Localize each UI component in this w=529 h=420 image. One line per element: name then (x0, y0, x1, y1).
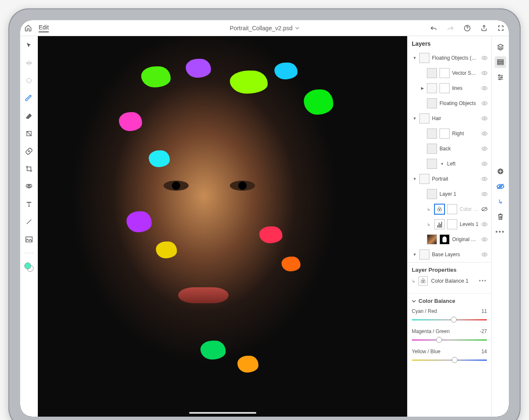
visibility-icon[interactable] (481, 192, 489, 197)
visibility-icon[interactable] (481, 86, 489, 91)
artwork-blob (274, 63, 297, 79)
clip-layer-icon[interactable]: ↳ (495, 196, 506, 207)
home-icon[interactable] (24, 24, 32, 32)
delete-layer-icon[interactable] (495, 211, 506, 223)
layer-name: Left (447, 161, 479, 167)
slider-knob[interactable] (452, 357, 458, 363)
svg-point-32 (498, 75, 500, 76)
add-layer-icon[interactable] (495, 165, 506, 177)
slider[interactable] (412, 337, 487, 343)
visibility-icon[interactable] (481, 101, 489, 106)
disclosure-icon[interactable]: ▼ (413, 116, 417, 121)
layer-row[interactable]: ↳Levels 1 (408, 217, 491, 232)
layer-properties: Layer Properties ↳ Color Balance 1 ••• (408, 262, 491, 293)
disclosure-icon[interactable]: ▶ (420, 86, 424, 90)
edit-menu[interactable]: Edit (39, 24, 49, 32)
color-swatch-fgbg[interactable] (24, 262, 34, 272)
layer-row[interactable]: Original Portr… (408, 232, 491, 247)
chevron-down-icon[interactable]: ▾ (440, 162, 445, 166)
layer-row[interactable]: Back (408, 141, 491, 156)
visibility-icon[interactable] (481, 237, 489, 242)
slider-knob[interactable] (436, 337, 442, 343)
line-tool-icon[interactable] (25, 218, 33, 226)
layers-detail-icon[interactable] (495, 56, 506, 68)
visibility-icon[interactable] (481, 116, 489, 121)
disclosure-icon[interactable]: ▼ (413, 56, 417, 60)
artwork-blob (141, 66, 171, 87)
svg-point-23 (484, 223, 485, 225)
svg-point-17 (484, 163, 485, 164)
slider-value: -27 (480, 328, 487, 334)
heal-tool-icon[interactable] (25, 147, 33, 155)
disclosure-icon[interactable]: ▼ (413, 177, 417, 181)
more-icon[interactable]: ••• (479, 278, 487, 284)
document-title[interactable]: Portrait_Collage_v2.psd (230, 25, 299, 32)
layer-row[interactable]: ▼Floating Objects (alwa… (408, 50, 491, 66)
fill-tool-icon[interactable] (25, 129, 33, 138)
mask-thumb (440, 129, 450, 139)
color-balance-section: Color Balance Cyan / Red11Magenta / Gree… (408, 293, 491, 370)
disclosure-icon[interactable]: ▼ (413, 252, 417, 257)
layer-row[interactable]: ▼Portrait (408, 171, 491, 186)
folder-thumb (419, 174, 429, 184)
visibility-icon[interactable] (481, 161, 489, 166)
move-tool-icon[interactable] (25, 41, 33, 50)
adjust-tool-icon[interactable] (25, 182, 33, 191)
undo-icon[interactable] (430, 24, 437, 32)
layer-row[interactable]: ▶lines (408, 81, 491, 96)
brush-tool-icon[interactable] (25, 94, 33, 102)
layer-row[interactable]: ▾Left (408, 156, 491, 171)
layer-row[interactable]: ↳Color Bala… (408, 202, 491, 217)
layer-name: Floating Objects (440, 100, 479, 106)
fullscreen-icon[interactable] (497, 24, 505, 32)
layer-thumb (427, 234, 437, 244)
visibility-icon[interactable] (481, 146, 489, 151)
visibility-icon[interactable] (481, 71, 489, 76)
properties-icon[interactable] (495, 71, 506, 83)
layer-row[interactable]: ▼Base Layers (408, 247, 491, 262)
visibility-icon[interactable] (481, 176, 489, 181)
lasso-tool-icon[interactable] (25, 76, 33, 85)
svg-point-34 (499, 79, 500, 80)
layer-prop-name[interactable]: Color Balance 1 (431, 278, 468, 284)
layer-row[interactable]: Right (408, 126, 491, 141)
slider[interactable] (412, 317, 487, 323)
layer-name: Color Bala… (460, 206, 479, 212)
visibility-icon[interactable] (481, 55, 489, 60)
transform-tool-icon[interactable] (25, 59, 33, 67)
visibility-icon[interactable] (481, 222, 489, 227)
svg-point-25 (484, 254, 485, 255)
more-icon[interactable]: ••• (495, 226, 506, 238)
screen: Edit Portrait_Collage_v2.psd (20, 20, 509, 417)
slider-knob[interactable] (451, 317, 457, 323)
share-icon[interactable] (480, 24, 488, 32)
slider[interactable] (412, 357, 487, 363)
eraser-tool-icon[interactable] (25, 112, 33, 120)
artwork-blob (304, 89, 333, 115)
visibility-icon[interactable] (481, 252, 489, 257)
layers-compact-icon[interactable] (495, 41, 506, 53)
svg-point-1 (27, 79, 32, 83)
help-icon[interactable] (463, 24, 471, 32)
mask-thumb (440, 68, 450, 78)
right-rail: ↳ ••• (491, 36, 509, 417)
crop-tool-icon[interactable] (25, 165, 33, 173)
layer-row[interactable]: Floating Objects (408, 96, 491, 111)
layer-row[interactable]: ▼Hair (408, 111, 491, 126)
slider-value: 11 (482, 308, 487, 314)
layer-row[interactable]: Vector Smart… (408, 66, 491, 81)
chevron-down-icon[interactable] (412, 299, 416, 303)
svg-point-12 (484, 87, 485, 89)
image-tool-icon[interactable] (25, 235, 33, 244)
mask-thumb (447, 204, 457, 214)
artwork-blob (230, 71, 268, 94)
redo-icon[interactable] (447, 24, 454, 32)
visibility-icon[interactable] (481, 207, 489, 212)
visibility-toggle-icon[interactable] (495, 181, 506, 192)
artwork-blob (186, 59, 211, 78)
type-tool-icon[interactable] (25, 200, 33, 208)
foreground-color-swatch (24, 262, 31, 269)
canvas[interactable] (38, 36, 407, 417)
layer-row[interactable]: Layer 1 (408, 186, 491, 202)
visibility-icon[interactable] (481, 131, 489, 136)
